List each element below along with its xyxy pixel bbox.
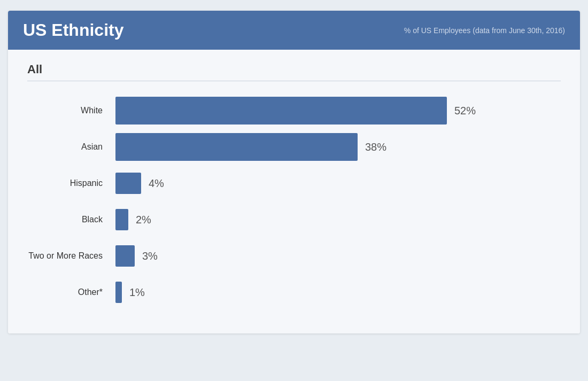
bar-pct-label: 2%: [136, 214, 151, 226]
bar-label: Asian: [27, 142, 115, 153]
bar-fill: [115, 282, 122, 303]
bar-label: Two or More Races: [27, 251, 115, 262]
bar-pct-label: 4%: [149, 177, 164, 190]
bar-row: Black2%: [27, 205, 561, 234]
section-divider: [27, 81, 561, 81]
bar-pct-label: 38%: [365, 141, 386, 153]
bar-fill: [115, 97, 447, 125]
bar-fill: [115, 133, 358, 161]
bar-row: Asian38%: [27, 133, 561, 161]
bar-pct-label: 1%: [129, 286, 145, 299]
bar-row: White52%: [27, 96, 561, 125]
card-title: US Ethnicity: [23, 20, 123, 40]
bar-fill: [115, 173, 141, 194]
bar-track: 3%: [115, 245, 561, 267]
bar-track: 38%: [115, 133, 561, 161]
bar-row: Hispanic4%: [27, 169, 561, 198]
bar-fill: [115, 209, 128, 230]
bar-label: Other*: [27, 287, 115, 298]
card-subtitle: % of US Employees (data from June 30th, …: [404, 26, 565, 35]
bar-fill: [115, 245, 135, 267]
bar-pct-label: 3%: [142, 250, 158, 262]
bar-track: 52%: [115, 97, 561, 125]
bar-track: 2%: [115, 209, 561, 230]
bar-row: Other*1%: [27, 278, 561, 307]
ethnicity-card: US Ethnicity % of US Employees (data fro…: [8, 11, 580, 333]
bar-row: Two or More Races3%: [27, 242, 561, 270]
bar-label: Black: [27, 214, 115, 226]
bar-label: White: [27, 105, 115, 116]
card-header: US Ethnicity % of US Employees (data fro…: [8, 11, 580, 50]
bar-pct-label: 52%: [454, 105, 476, 117]
bar-track: 1%: [115, 282, 561, 303]
bar-track: 4%: [115, 173, 561, 194]
card-body: All White52%Asian38%Hispanic4%Black2%Two…: [8, 50, 580, 333]
bar-label: Hispanic: [27, 178, 115, 189]
bar-chart: White52%Asian38%Hispanic4%Black2%Two or …: [27, 96, 561, 314]
section-label: All: [27, 63, 561, 76]
